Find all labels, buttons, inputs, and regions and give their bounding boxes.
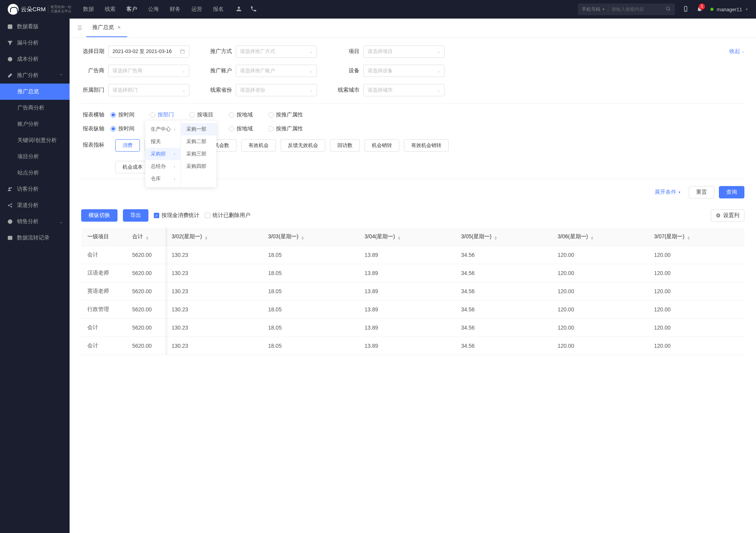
column-settings-button[interactable]: ⚙ 设置列: [711, 209, 744, 222]
table-cell: 18.05: [262, 282, 359, 301]
cash-stat-checkbox[interactable]: 按现金消费统计: [154, 212, 199, 219]
radio-opt-按推广属性[interactable]: 按推广属性: [268, 125, 303, 132]
nav-item-6[interactable]: 报名: [213, 6, 224, 13]
close-icon[interactable]: ✕: [117, 25, 121, 30]
device-icon[interactable]: [683, 6, 689, 13]
sidebar-subitem-3-5[interactable]: 站点分析: [0, 165, 70, 181]
table-cell: 120.00: [648, 337, 744, 355]
sidebar-item-1[interactable]: 漏斗分析: [0, 35, 70, 51]
edit-icon: [7, 72, 13, 79]
table-header-3[interactable]: 3/03(星期一) ▲▼: [262, 228, 359, 246]
radio-opt-按推广属性[interactable]: 按推广属性: [268, 111, 303, 118]
search-input[interactable]: [611, 7, 666, 12]
sidebar-subitem-3-2[interactable]: 账户分析: [0, 116, 70, 132]
notification-bell[interactable]: 5: [696, 6, 703, 13]
table-header-5[interactable]: 3/05(星期一) ▲▼: [455, 228, 552, 246]
deleted-user-checkbox[interactable]: 统计已删除用户: [205, 212, 250, 219]
filter-input-线索省份[interactable]: 请选择省份⌄: [236, 84, 317, 96]
visitor-icon: [7, 186, 13, 192]
switch-axis-button[interactable]: 横纵切换: [81, 209, 117, 222]
radio-opt-按项目[interactable]: 按项目: [189, 111, 213, 118]
nav-item-3[interactable]: 公海: [148, 6, 159, 13]
table-header-2[interactable]: 3/02(星期一) ▲▼: [165, 228, 262, 246]
dropdown-item-生产中心[interactable]: 生产中心›: [145, 123, 180, 135]
phone-icon[interactable]: [250, 5, 257, 14]
dropdown-item-采购四部[interactable]: 采购四部: [181, 160, 216, 173]
table-cell: 130.23: [165, 319, 262, 337]
sidebar-item-4[interactable]: 访客分析: [0, 181, 70, 197]
sidebar-subitem-3-1[interactable]: 广告商分析: [0, 100, 70, 116]
metric-btn-10[interactable]: 有效机会销转: [404, 139, 449, 152]
collapse-link[interactable]: 收起 ⌄: [729, 48, 744, 55]
hamburger-icon[interactable]: ☰: [73, 22, 86, 34]
axis-v-label: 报表纵轴: [81, 125, 104, 132]
user-menu[interactable]: manager11 ▼: [710, 7, 748, 12]
sidebar-subitem-3-4[interactable]: 项目分析: [0, 149, 70, 165]
table-header-0[interactable]: 一级项目: [81, 228, 126, 246]
search-icon[interactable]: [666, 6, 671, 13]
dropdown-item-采购一部[interactable]: 采购一部: [181, 123, 216, 135]
metric-btn-r2-0[interactable]: 机会成本: [115, 161, 150, 173]
sidebar-item-2[interactable]: 成本分析: [0, 51, 70, 67]
funnel-icon: [7, 40, 13, 46]
export-button[interactable]: 导出: [123, 209, 148, 222]
filter-input-线索城市[interactable]: 请选择城市⌄: [363, 84, 444, 96]
radio-opt-按部门[interactable]: 按部门: [150, 111, 174, 118]
metric-btn-7[interactable]: 反馈无效机会: [281, 139, 325, 152]
logo[interactable]: 云朵CRM 教育机构一站式服务云平台: [8, 4, 72, 15]
logo-icon: [8, 4, 19, 15]
table-cell: 130.23: [165, 282, 262, 301]
nav-item-5[interactable]: 运营: [191, 6, 202, 13]
sidebar-item-7[interactable]: 数据流转记录: [0, 230, 70, 246]
radio-opt-按地域[interactable]: 按地域: [229, 125, 253, 132]
metric-btn-9[interactable]: 机会销转: [364, 139, 399, 152]
chevron-right-icon: ›: [174, 127, 175, 132]
filter-input-项目[interactable]: 请选择项目⌄: [363, 45, 444, 58]
expand-conditions-link[interactable]: 展开条件 ▼: [655, 189, 681, 196]
dropdown-item-总经办[interactable]: 总经办›: [145, 160, 180, 173]
nav-item-0[interactable]: 数据: [83, 6, 94, 13]
sidebar-subitem-3-0[interactable]: 推广总览: [0, 84, 70, 100]
reset-button[interactable]: 重置: [689, 186, 714, 198]
dropdown-item-采购三部[interactable]: 采购三部: [181, 148, 216, 160]
filter-input-广告商[interactable]: 请选择广告商⌄: [108, 65, 189, 77]
search-type-select[interactable]: 手机号码 ▼: [582, 6, 608, 13]
sidebar-item-3[interactable]: 推广分析⌃: [0, 67, 70, 84]
sidebar-item-6[interactable]: 销售分析⌄: [0, 214, 70, 230]
filter-input-推广账户[interactable]: 请选择推广账户⌄: [236, 65, 317, 77]
metric-btn-8[interactable]: 回访数: [330, 139, 360, 152]
radio-icon: [229, 112, 234, 118]
filter-input-选择日期[interactable]: 2021-03-02 至 2021-03-16: [108, 45, 189, 58]
table-header-6[interactable]: 3/06(星期一) ▲▼: [552, 228, 648, 246]
radio-icon: [229, 126, 234, 132]
sort-icon: ▲▼: [145, 236, 149, 240]
dropdown-item-仓库[interactable]: 仓库›: [145, 173, 180, 185]
filter-input-所属部门[interactable]: 请选择部门⌄: [108, 84, 189, 96]
radio-icon: [268, 126, 274, 132]
filter-label: 推广方式: [209, 48, 232, 55]
filter-input-设备[interactable]: 请选择设备⌄: [363, 65, 444, 77]
metric-btn-0[interactable]: 消费: [115, 139, 140, 152]
nav-item-4[interactable]: 财务: [170, 6, 180, 13]
sidebar-item-0[interactable]: 数据看版: [0, 19, 70, 35]
radio-opt-按时间[interactable]: 按时间: [111, 111, 135, 118]
svg-rect-14: [180, 50, 185, 53]
filter-input-推广方式[interactable]: 请选择推广方式⌄: [236, 45, 317, 58]
metric-btn-6[interactable]: 有效机会: [241, 139, 276, 152]
table-header-7[interactable]: 3/07(星期一) ▲▼: [648, 228, 744, 246]
table-header-1[interactable]: 合计 ▲▼: [126, 228, 165, 246]
nav-item-1[interactable]: 线索: [105, 6, 116, 13]
dropdown-item-采购部[interactable]: 采购部›: [145, 148, 180, 160]
tabs-bar: ☰ 推广总览 ✕: [70, 19, 756, 38]
table-header-4[interactable]: 3/04(星期一) ▲▼: [358, 228, 455, 246]
nav-item-2[interactable]: 客户: [126, 6, 137, 13]
sidebar-subitem-3-3[interactable]: 关键词/创意分析: [0, 132, 70, 149]
dropdown-item-采购二部[interactable]: 采购二部: [181, 135, 216, 148]
user-icon[interactable]: [235, 5, 242, 14]
tab-overview[interactable]: 推广总览 ✕: [86, 19, 127, 37]
query-button[interactable]: 查询: [719, 186, 744, 198]
sidebar-item-5[interactable]: 渠道分析: [0, 197, 70, 214]
radio-opt-按地域[interactable]: 按地域: [229, 111, 253, 118]
radio-opt-按时间[interactable]: 按时间: [111, 125, 135, 132]
dropdown-item-报关[interactable]: 报关: [145, 135, 180, 148]
